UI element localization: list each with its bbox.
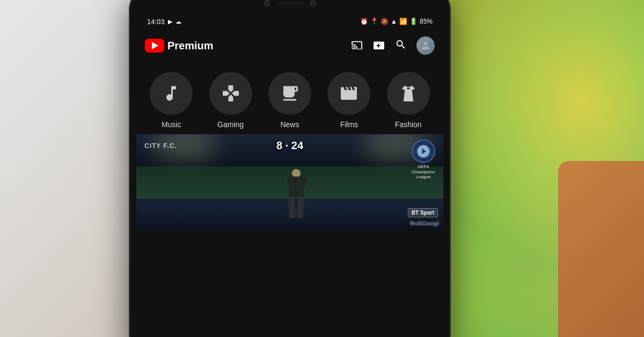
gaming-label: Gaming (217, 120, 244, 129)
phone-body: 14:03 ▶ ☁ ⏰ 📍 🔕 ▲ 📶 🔋 85% (129, 0, 451, 337)
time-display: 14:03 (147, 18, 165, 26)
signal-icon: 📶 (399, 18, 407, 25)
cloud-icon: ☁ (175, 18, 181, 25)
app-header: Premium (136, 30, 443, 61)
header-actions (351, 36, 435, 55)
category-music[interactable]: Music (150, 72, 193, 129)
category-films[interactable]: Films (327, 72, 370, 129)
cast-button[interactable] (351, 40, 363, 52)
sensor (310, 0, 316, 6)
location-icon: 📍 (370, 18, 378, 25)
category-gaming[interactable]: Gaming (209, 72, 252, 129)
music-icon-circle (150, 72, 193, 115)
notch-area (136, 0, 443, 13)
battery-percent: 85% (420, 18, 433, 25)
mute-icon: 🔕 (380, 18, 389, 25)
status-bar: 14:03 ▶ ☁ ⏰ 📍 🔕 ▲ 📶 🔋 85% (136, 13, 443, 30)
news-label: News (280, 120, 299, 129)
battery-icon: 🔋 (409, 18, 418, 25)
score-display: 8 · 24 (276, 140, 303, 152)
music-label: Music (162, 120, 181, 129)
films-icon-circle (327, 72, 370, 115)
notch-cutout (241, 0, 338, 11)
play-triangle-icon (152, 42, 158, 49)
phone-device: 14:03 ▶ ☁ ⏰ 📍 🔕 ▲ 📶 🔋 85% (129, 0, 451, 337)
phone-screen: 14:03 ▶ ☁ ⏰ 📍 🔕 ▲ 📶 🔋 85% (136, 0, 443, 337)
wifi-icon: ▲ (391, 18, 397, 25)
cl-text: UEFAChampionsLeague (412, 164, 435, 180)
hand-background (558, 161, 644, 337)
youtube-icon (145, 39, 164, 53)
add-video-button[interactable] (372, 40, 385, 52)
watermark: 9to5Googl (410, 220, 439, 226)
front-camera (264, 0, 270, 6)
category-news[interactable]: News (268, 72, 311, 129)
user-avatar[interactable] (416, 36, 435, 55)
status-right: ⏰ 📍 🔕 ▲ 📶 🔋 85% (360, 18, 433, 25)
gaming-icon-circle (209, 72, 252, 115)
premium-label: Premium (167, 40, 214, 52)
alarm-icon: ⏰ (360, 18, 368, 25)
fashion-icon-circle (387, 72, 430, 115)
search-button[interactable] (395, 39, 407, 53)
cl-logo (412, 140, 435, 163)
screen-record-icon: ▶ (168, 18, 172, 25)
category-row: Music Gaming (136, 61, 443, 134)
player-figure (286, 169, 307, 223)
bt-sport-badge: BT Sport (408, 208, 438, 217)
left-background (0, 0, 150, 337)
category-fashion[interactable]: Fashion (387, 72, 430, 129)
fashion-label: Fashion (395, 120, 422, 129)
youtube-logo[interactable]: Premium (145, 39, 214, 53)
earpiece-speaker (276, 2, 303, 5)
team-name: CITY F.C. (144, 142, 177, 150)
status-left: 14:03 ▶ ☁ (147, 18, 181, 26)
films-label: Films (340, 120, 358, 129)
champions-league-badge: UEFAChampionsLeague (412, 140, 435, 180)
news-icon-circle (268, 72, 311, 115)
video-thumbnail[interactable]: CITY F.C. 8 · 24 (136, 134, 443, 231)
